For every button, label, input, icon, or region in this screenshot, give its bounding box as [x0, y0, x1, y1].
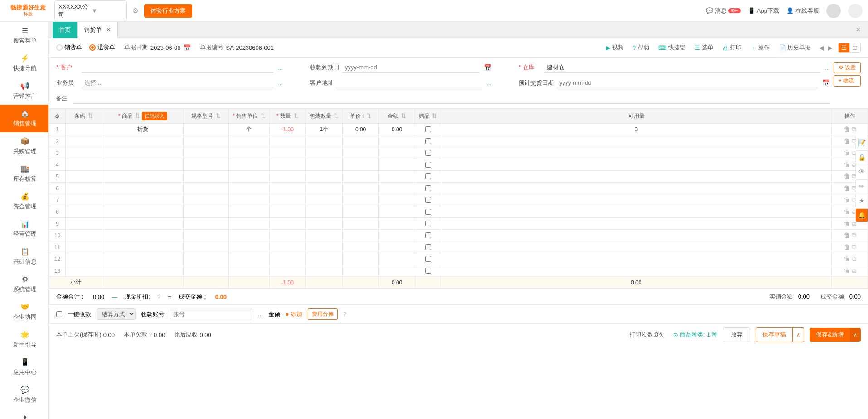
salesperson-input[interactable]: [82, 77, 273, 88]
row-barcode[interactable]: [66, 159, 102, 171]
save-draft-btn[interactable]: 保存草稿: [756, 327, 793, 342]
warehouse-dots[interactable]: ...: [825, 64, 830, 71]
row-barcode[interactable]: [66, 183, 102, 194]
row-product[interactable]: [102, 194, 184, 206]
row-barcode[interactable]: [66, 206, 102, 218]
float-note-btn[interactable]: 📝: [855, 136, 868, 149]
row-qty[interactable]: [269, 230, 305, 241]
float-eye-btn[interactable]: 👁: [855, 165, 868, 178]
row-qty[interactable]: -1.00: [269, 124, 305, 135]
sort-barcode-icon[interactable]: ⇅: [88, 112, 93, 119]
row-spec[interactable]: [184, 135, 229, 147]
sidebar-item-purchase[interactable]: 📦 采购管理: [0, 132, 48, 160]
online-service-btn[interactable]: 👤 在线客服: [786, 7, 819, 15]
row-barcode[interactable]: [66, 171, 102, 183]
row-delete-icon[interactable]: 🗑: [844, 173, 850, 180]
settings-form-btn[interactable]: ⚙ 设置: [834, 62, 861, 73]
shortcut-btn[interactable]: ⌨ 快捷键: [655, 43, 689, 53]
save-new-btn[interactable]: 保存&新增: [810, 328, 850, 342]
row-copy-icon[interactable]: ⧉: [852, 267, 856, 275]
scan-btn[interactable]: 扫码录入: [142, 112, 167, 120]
row-product[interactable]: [102, 206, 184, 218]
row-product[interactable]: [102, 241, 184, 253]
sidebar-item-marketing[interactable]: 📢 营销推广: [0, 77, 48, 105]
row-delete-icon[interactable]: 🗑: [844, 255, 850, 263]
notes-input[interactable]: [73, 93, 830, 104]
sidebar-item-guide[interactable]: 🌟 新手引导: [0, 326, 48, 353]
sort-qty-icon[interactable]: ⇅: [294, 112, 299, 119]
row-barcode[interactable]: [66, 218, 102, 230]
sort-price-icon[interactable]: ⇅: [366, 112, 371, 119]
history-btn[interactable]: 📄 历史单据: [776, 43, 814, 53]
sidebar-item-operations[interactable]: 📊 经营管理: [0, 215, 48, 243]
row-product[interactable]: [102, 253, 184, 265]
row-price[interactable]: 0.00: [343, 124, 379, 135]
row-delete-icon[interactable]: 🗑: [844, 149, 850, 157]
sidebar-item-inventory[interactable]: 🏬 库存核算: [0, 160, 48, 188]
receipt-cal-icon[interactable]: 📅: [484, 64, 491, 71]
company-selector[interactable]: XXXXXX公司 ▼: [54, 0, 127, 21]
row-product[interactable]: [102, 135, 184, 147]
save-new-arrow-btn[interactable]: ∧: [850, 328, 861, 342]
tab-sales-order[interactable]: 销货单 ✕: [78, 22, 118, 38]
delivery-date-input[interactable]: [557, 77, 818, 88]
sidebar-item-basic[interactable]: 📋 基础信息: [0, 243, 48, 270]
row-copy-icon[interactable]: ⧉: [852, 243, 856, 251]
row-delete-icon[interactable]: 🗑: [844, 220, 850, 227]
message-btn[interactable]: 💬 消息 99+: [706, 7, 741, 15]
row-qty[interactable]: [269, 194, 305, 206]
warehouse-input[interactable]: [544, 62, 820, 73]
row-barcode[interactable]: [66, 253, 102, 265]
sidebar-item-vip[interactable]: ♦ 畅会员: [0, 409, 48, 419]
float-star-btn[interactable]: ★: [855, 194, 868, 207]
grid-view-btn[interactable]: ⊞: [850, 43, 860, 52]
row-qty[interactable]: [269, 265, 305, 277]
next-arrow-icon[interactable]: ▶: [826, 43, 834, 52]
row-product[interactable]: [102, 183, 184, 194]
sort-amount-icon[interactable]: ⇅: [401, 112, 406, 119]
row-delete-icon[interactable]: 🗑: [844, 125, 850, 133]
row-barcode[interactable]: [66, 265, 102, 277]
row-qty[interactable]: [269, 241, 305, 253]
row-delete-icon[interactable]: 🗑: [844, 208, 850, 216]
row-spec[interactable]: [184, 194, 229, 206]
row-qty[interactable]: [269, 159, 305, 171]
video-btn[interactable]: ▶ 视频: [603, 43, 626, 53]
sort-gift-icon[interactable]: ⇅: [432, 112, 437, 119]
row-spec[interactable]: [184, 230, 229, 241]
sidebar-item-search[interactable]: ☰ 搜索菜单: [0, 22, 48, 49]
sidebar-item-collab[interactable]: 🤝 企业协同: [0, 298, 48, 326]
row-copy-icon[interactable]: ⧉: [852, 125, 856, 133]
th-settings[interactable]: ⚙: [49, 109, 66, 124]
row-gift[interactable]: [415, 194, 441, 206]
row-gift[interactable]: [415, 124, 441, 135]
fee-btn[interactable]: 费用分摊: [308, 308, 338, 320]
account-input[interactable]: [170, 309, 252, 319]
tab-close-icon[interactable]: ✕: [106, 26, 111, 33]
row-spec[interactable]: [184, 124, 229, 135]
row-price[interactable]: [343, 265, 379, 277]
row-product[interactable]: [102, 230, 184, 241]
help-btn[interactable]: ? 帮助: [630, 43, 652, 53]
row-gift[interactable]: [415, 230, 441, 241]
settings-icon[interactable]: ⚙: [131, 5, 141, 17]
logistics-btn[interactable]: + 物流: [834, 75, 861, 87]
float-alert-btn[interactable]: 🔔: [855, 208, 868, 222]
row-barcode[interactable]: [66, 124, 102, 135]
row-product[interactable]: [102, 159, 184, 171]
row-barcode[interactable]: [66, 230, 102, 241]
float-edit-btn[interactable]: ✏: [855, 179, 868, 193]
prev-arrow-icon[interactable]: ◀: [817, 43, 825, 52]
row-gift[interactable]: [415, 253, 441, 265]
float-lock-btn[interactable]: 🔒: [855, 150, 868, 164]
sidebar-item-sales[interactable]: 🏠 销售管理: [0, 105, 48, 132]
avatar[interactable]: [826, 4, 841, 18]
radio-sales[interactable]: 销货单: [56, 43, 82, 52]
row-price[interactable]: [343, 159, 379, 171]
row-delete-icon[interactable]: 🗑: [844, 184, 850, 192]
row-barcode[interactable]: [66, 241, 102, 253]
sidebar-item-wechat[interactable]: 💬 企业微信: [0, 381, 48, 409]
sort-product-icon[interactable]: ⇅: [135, 112, 140, 119]
radio-return[interactable]: 退货单: [89, 43, 115, 52]
delivery-cal-icon[interactable]: 📅: [822, 79, 830, 87]
